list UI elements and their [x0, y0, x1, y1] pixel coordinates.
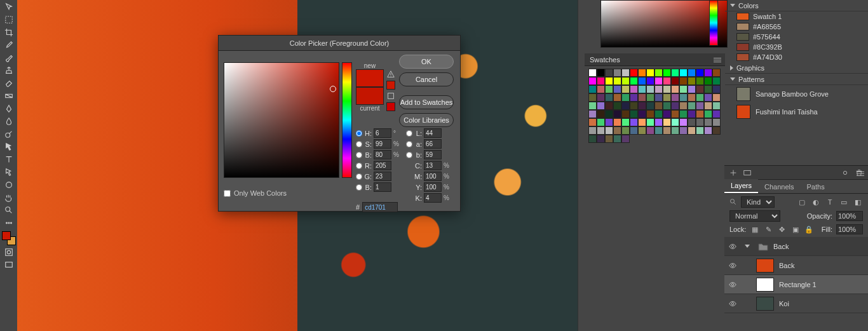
mode-radio-b[interactable] [406, 152, 412, 158]
clone-stamp-tool[interactable] [2, 65, 16, 76]
swatch-cell[interactable] [621, 126, 630, 135]
fill-input[interactable] [836, 224, 863, 234]
field-input-K[interactable] [424, 193, 442, 203]
filter-pixel-icon[interactable]: ▢ [797, 197, 807, 207]
swatch-cell[interactable] [696, 110, 704, 118]
swatch-item[interactable]: #A68565 [725, 22, 868, 32]
swatch-cell[interactable] [696, 77, 704, 85]
gradient-tool[interactable] [2, 90, 16, 102]
swatch-cell[interactable] [646, 118, 654, 126]
layer-row[interactable]: Back [724, 256, 868, 275]
swatch-cell[interactable] [605, 102, 613, 110]
field-input-R[interactable] [374, 161, 391, 170]
swatch-cell[interactable] [704, 110, 712, 118]
marquee-tool[interactable] [2, 14, 16, 25]
swatch-cell[interactable] [588, 69, 597, 77]
lock-position-icon[interactable]: ✥ [777, 224, 787, 234]
swatch-cell[interactable] [663, 118, 671, 126]
swatch-cell[interactable] [712, 85, 721, 93]
swatch-cell[interactable] [621, 85, 630, 93]
swatch-cell[interactable] [605, 69, 613, 77]
lock-transparency-icon[interactable]: ▦ [750, 224, 759, 234]
swatch-cell[interactable] [613, 93, 621, 102]
swatch-cell[interactable] [613, 85, 621, 93]
filter-smart-icon[interactable]: ◧ [853, 197, 863, 207]
color-field[interactable] [600, 0, 728, 48]
crop-tool[interactable] [2, 27, 16, 38]
field-input-C[interactable] [424, 161, 442, 170]
swatch-cell[interactable] [621, 77, 630, 85]
screenmode-tool[interactable] [2, 259, 16, 271]
swatch-cell[interactable] [613, 126, 621, 135]
swatch-cell[interactable] [588, 85, 597, 93]
swatch-cell[interactable] [638, 126, 646, 135]
swatch-cell[interactable] [712, 118, 721, 126]
brush-tool[interactable] [2, 52, 16, 64]
filter-kind-select[interactable]: Kind [741, 196, 775, 208]
swatch-cell[interactable] [679, 69, 688, 77]
swatch-cell[interactable] [654, 126, 663, 135]
swatch-cell[interactable] [630, 77, 638, 85]
swatch-cell[interactable] [597, 135, 605, 143]
swatch-cell[interactable] [646, 69, 654, 77]
lock-artboard-icon[interactable]: ▣ [790, 224, 800, 234]
swatch-cell[interactable] [696, 85, 704, 93]
add-to-swatches-button[interactable]: Add to Swatches [399, 95, 454, 109]
filter-shape-icon[interactable]: ▭ [839, 197, 849, 207]
swatch-cell[interactable] [688, 110, 696, 118]
shape-tool[interactable] [2, 179, 16, 191]
swatch-cell[interactable] [712, 93, 721, 102]
mode-radio-S[interactable] [356, 141, 362, 147]
blend-mode-select[interactable]: Normal [729, 210, 780, 222]
opacity-input[interactable] [836, 211, 863, 221]
quickmask-tool[interactable] [2, 247, 16, 258]
hue-slider[interactable] [342, 62, 352, 178]
swatch-cell[interactable] [671, 93, 679, 102]
swatch-cell[interactable] [671, 85, 679, 93]
swatch-cell[interactable] [597, 102, 605, 110]
swatch-cell[interactable] [663, 110, 671, 118]
graphics-accordion[interactable]: Graphics [725, 62, 868, 74]
swatch-cell[interactable] [588, 110, 597, 118]
layer-group-row[interactable]: Back [724, 237, 868, 256]
swatch-cell[interactable] [605, 77, 613, 85]
field-input-b[interactable] [424, 150, 442, 159]
visibility-eye-icon[interactable] [728, 280, 737, 289]
swatch-cell[interactable] [679, 126, 688, 135]
swatch-cell[interactable] [605, 126, 613, 135]
swatch-cell[interactable] [588, 77, 597, 85]
panel-menu-icon[interactable] [857, 170, 864, 177]
swatch-cell[interactable] [663, 126, 671, 135]
swatch-item[interactable]: Swatch 1 [725, 11, 868, 22]
swatch-cell[interactable] [621, 102, 630, 110]
swatch-cell[interactable] [638, 118, 646, 126]
swatch-cell[interactable] [605, 118, 613, 126]
swatch-cell[interactable] [613, 69, 621, 77]
pattern-item[interactable]: Sanago Bamboo Grove [725, 85, 868, 103]
swatch-cell[interactable] [679, 93, 688, 102]
blur-tool[interactable] [2, 116, 16, 127]
swatch-cell[interactable] [671, 102, 679, 110]
swatch-cell[interactable] [654, 69, 663, 77]
swatch-cell[interactable] [646, 126, 654, 135]
swatch-cell[interactable] [696, 93, 704, 102]
swatch-cell[interactable] [597, 77, 605, 85]
colors-accordion[interactable]: Colors [725, 0, 868, 11]
swatch-cell[interactable] [671, 69, 679, 77]
color-libraries-button[interactable]: Color Libraries [399, 113, 454, 127]
swatch-cell[interactable] [704, 77, 712, 85]
swatch-cell[interactable] [638, 85, 646, 93]
swatch-cell[interactable] [630, 93, 638, 102]
move-tool[interactable] [2, 1, 16, 13]
layer-row[interactable]: Koi [724, 294, 868, 313]
mode-radio-G[interactable] [356, 173, 362, 180]
swatch-cell[interactable] [688, 85, 696, 93]
mode-radio-H[interactable] [356, 130, 362, 137]
lock-pixels-icon[interactable]: ✎ [764, 224, 773, 234]
swatch-cell[interactable] [671, 118, 679, 126]
swatch-cell[interactable] [621, 118, 630, 126]
swatch-cell[interactable] [688, 93, 696, 102]
swatch-cell[interactable] [646, 110, 654, 118]
more-tool[interactable] [2, 217, 16, 229]
swatch-cell[interactable] [613, 110, 621, 118]
